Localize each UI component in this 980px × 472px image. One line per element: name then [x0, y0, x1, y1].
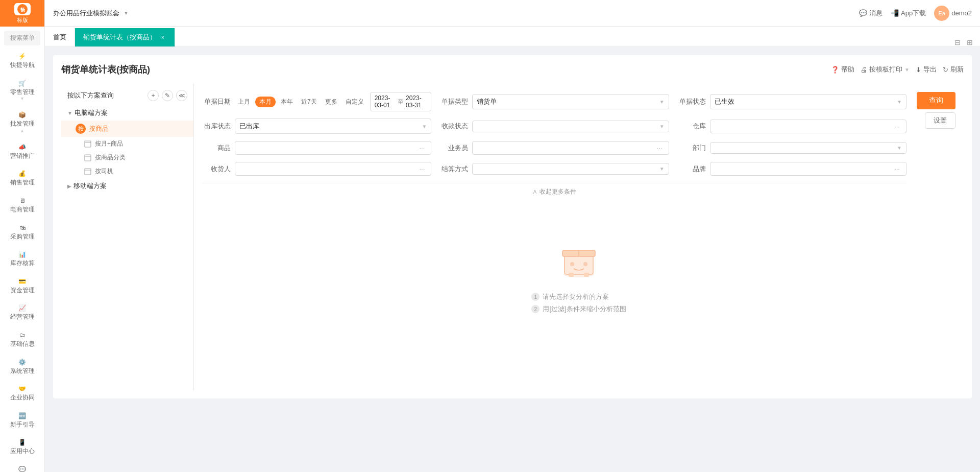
sidebar-item-purchase[interactable]: 🛍 采购管理	[0, 219, 44, 246]
wholesale-label: 批发管理	[10, 120, 35, 128]
this-month-btn[interactable]: 本月	[255, 97, 276, 107]
more-date-btn[interactable]: 更多	[322, 97, 340, 107]
svg-point-14	[570, 262, 574, 266]
consignee-label: 收货人	[202, 164, 231, 174]
sidebar-item-inventory[interactable]: 📊 库存核算	[0, 246, 44, 273]
purchase-icon: 🛍	[19, 224, 26, 231]
tree-item-by-product[interactable]: 按 按商品	[61, 121, 193, 137]
page-title: 销货单统计表(按商品)	[61, 63, 150, 76]
custom-date-btn[interactable]: 自定义	[342, 97, 367, 107]
consignee-select[interactable]: ···	[235, 162, 431, 176]
content-area: 销货单统计表(按商品) ❓ 帮助 🖨 按模板打印 ▼ ⬇ 导出	[45, 47, 980, 472]
export-btn[interactable]: ⬇ 导出	[916, 65, 937, 74]
help-btn[interactable]: ❓ 帮助	[831, 65, 854, 74]
last-month-btn[interactable]: 上月	[235, 97, 253, 107]
sidebar-item-guide[interactable]: 🆕 新手引导	[0, 407, 44, 434]
out-status-label: 出库状态	[202, 122, 231, 131]
user-btn[interactable]: Ea demo2	[934, 6, 972, 21]
add-scheme-btn[interactable]: +	[148, 90, 159, 101]
brand-dots[interactable]: ···	[892, 165, 902, 173]
date-field-label: 单据日期	[202, 97, 231, 106]
template-print-btn[interactable]: 🖨 按模板打印 ▼	[861, 65, 910, 74]
sidebar-item-operations[interactable]: 📈 经营管理	[0, 299, 44, 326]
tip-num-2: 2	[531, 305, 540, 313]
collapse-bar[interactable]: ∧ 收起更多条件	[202, 183, 906, 200]
app-logo[interactable]: 畅 标版	[0, 0, 44, 27]
tree-group-mobile-header[interactable]: ▶ 移动端方案	[61, 178, 193, 194]
industry-dropdown-arrow[interactable]: ▼	[124, 10, 129, 16]
svg-rect-2	[85, 141, 91, 147]
query-button[interactable]: 查询	[917, 92, 955, 109]
collapse-panel-btn[interactable]: ≪	[176, 90, 187, 101]
empty-tip-2-text: 用[过滤]条件来缩小分析范围	[543, 304, 626, 314]
sidebar-item-wholesale[interactable]: 📦 批发管理 ▲	[0, 106, 44, 138]
salesperson-dots[interactable]: ···	[655, 144, 665, 152]
product-label: 商品	[202, 144, 231, 153]
marketing-icon: 📣	[18, 144, 26, 151]
edit-scheme-btn[interactable]: ✎	[162, 90, 173, 101]
salesperson-select[interactable]: ···	[472, 141, 669, 155]
refresh-btn[interactable]: ↻ 刷新	[943, 65, 964, 74]
filter-field-date: 单据日期 上月 本月 本年 近7天 更多 自定义	[202, 92, 431, 111]
tree-group-pc-header[interactable]: ▼ 电脑端方案	[61, 105, 193, 121]
sidebar-item-base[interactable]: 🗂 基础信息	[0, 326, 44, 353]
out-status-select[interactable]: 已出库 ▼	[235, 119, 431, 134]
main-area: 办公用品行业模拟账套 ▼ 💬 消息 📲 App下载 Ea demo2	[45, 0, 980, 472]
bill-type-value: 销货单	[477, 97, 497, 106]
sidebar-item-quicknav[interactable]: ⚡ 快捷导航	[0, 48, 44, 75]
svg-text:畅: 畅	[20, 7, 24, 12]
tree-item-month-product[interactable]: 按月+商品	[61, 137, 193, 151]
tip-num-1: 1	[531, 293, 540, 301]
sidebar-item-retail[interactable]: 🛒 零售管理 ▼	[0, 75, 44, 107]
inventory-label: 库存核算	[10, 259, 35, 268]
tree-item-driver[interactable]: 按司机	[61, 164, 193, 178]
warehouse-select[interactable]: ···	[710, 120, 906, 133]
date-quick-btns: 上月 本月 本年 近7天 更多 自定义	[235, 97, 367, 107]
warehouse-dots[interactable]: ···	[892, 123, 902, 130]
receipt-status-select[interactable]: ▼	[472, 121, 669, 132]
tab-sales-stats[interactable]: 销货单统计表（按商品） ×	[75, 28, 175, 46]
sidebar-item-enterprise[interactable]: 🤝 企业协同	[0, 380, 44, 407]
sidebar-item-system[interactable]: ⚙️ 系统管理	[0, 353, 44, 381]
tab-close-btn[interactable]: ×	[159, 34, 166, 41]
tree-arrow-mobile: ▶	[67, 183, 71, 189]
sidebar-item-wechat[interactable]: 💬 企业微信	[0, 461, 44, 472]
enterprise-icon: 🤝	[18, 385, 26, 392]
last-7days-btn[interactable]: 近7天	[298, 97, 320, 107]
department-select[interactable]: ▼	[710, 142, 906, 154]
message-icon: 💬	[859, 9, 867, 17]
product-select[interactable]: ···	[235, 141, 431, 155]
base-icon: 🗂	[19, 332, 26, 339]
bill-type-arrow: ▼	[659, 99, 665, 105]
sidebar-item-ecommerce[interactable]: 🖥 电商管理	[0, 192, 44, 219]
filter-field-warehouse: 仓库 ···	[677, 120, 906, 133]
this-year-btn[interactable]: 本年	[278, 97, 296, 107]
empty-tips: 1 请先选择要分析的方案 2 用[过滤]条件来缩小分析范围	[531, 292, 626, 317]
empty-tip-2: 2 用[过滤]条件来缩小分析范围	[531, 304, 626, 314]
refresh-icon: ↻	[943, 66, 948, 74]
search-menu[interactable]: 搜索菜单	[4, 31, 40, 45]
tree-item-product-category[interactable]: 按商品分类	[61, 151, 193, 164]
quicknav-icon: ⚡	[18, 53, 26, 60]
date-input-group[interactable]: 2023-03-01 至 2023-03-31	[370, 92, 432, 111]
consignee-dots[interactable]: ···	[417, 165, 427, 173]
tab-home[interactable]: 首页	[45, 28, 75, 46]
sidebar-item-marketing[interactable]: 📣 营销推广	[0, 138, 44, 166]
sales-icon: 💰	[18, 170, 26, 177]
bill-status-select[interactable]: 已生效 ▼	[710, 94, 906, 109]
settings-button[interactable]: 设置	[925, 112, 955, 129]
svg-rect-17	[584, 273, 589, 277]
tab-maximize-btn[interactable]: ⊞	[964, 38, 976, 46]
sidebar-item-sales[interactable]: 💰 销售管理	[0, 165, 44, 192]
tab-minimize-btn[interactable]: ⊟	[951, 38, 964, 46]
payment-select[interactable]: ▼	[472, 163, 669, 175]
sidebar-item-finance[interactable]: 💳 资金管理	[0, 273, 44, 300]
left-panel: 按以下方案查询 + ✎ ≪ ▼ 电脑端方案	[61, 84, 194, 390]
message-btn[interactable]: 💬 消息	[859, 9, 883, 18]
bill-type-select[interactable]: 销货单 ▼	[472, 94, 669, 109]
product-dots[interactable]: ···	[417, 144, 427, 152]
sidebar-item-appcenter[interactable]: 📱 应用中心	[0, 434, 44, 461]
brand-select[interactable]: ···	[710, 162, 906, 176]
out-status-value: 已出库	[239, 122, 259, 131]
app-download-btn[interactable]: 📲 App下载	[891, 9, 926, 18]
